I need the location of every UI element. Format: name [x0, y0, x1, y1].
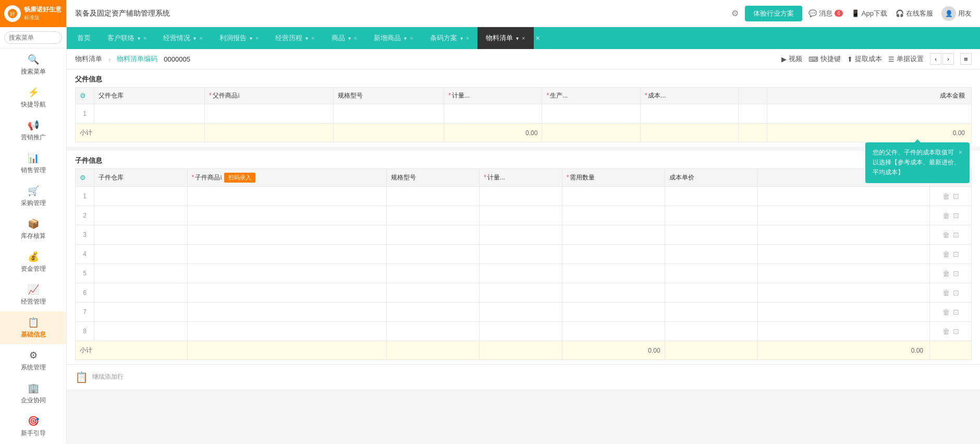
copy-icon[interactable]: ⊡	[953, 269, 959, 278]
close-icon[interactable]: ×	[311, 35, 314, 41]
sidebar-item-quicknav[interactable]: ⚡ 快捷导航	[0, 81, 66, 114]
td-child-measure-2[interactable]	[480, 206, 562, 225]
sidebar-item-purchase[interactable]: 🛒 采购管理	[0, 180, 66, 213]
sidebar-item-sales[interactable]: 📊 销售管理	[0, 147, 66, 180]
parent-section: 父件信息 ⚙ 父件仓库 *父件商品ℹ 规格型号 *计量... *生产... *成…	[67, 69, 980, 147]
tab-bom[interactable]: 物料清单 ▾ ×	[477, 27, 533, 49]
td-sort[interactable]	[738, 104, 767, 124]
prev-arrow-button[interactable]: ‹	[930, 53, 941, 65]
sidebar-item-enterprise[interactable]: 🏢 企业协同	[0, 377, 66, 410]
td-child-warehouse-2[interactable]	[94, 206, 188, 225]
settings-icon[interactable]: ⚙	[80, 92, 86, 100]
logo-icon: 好	[4, 5, 21, 22]
search-input[interactable]	[4, 31, 62, 44]
delete-icon[interactable]: 🗑	[942, 211, 950, 220]
settings-icon-child[interactable]: ⚙	[80, 174, 86, 182]
close-icon[interactable]: ×	[255, 35, 259, 41]
gear-button[interactable]: ⚙	[731, 8, 739, 18]
breadcrumb-parent[interactable]: 物料清单	[75, 54, 102, 64]
tab-operations[interactable]: 经营情况 ▾ ×	[155, 27, 211, 49]
child-subtotal-amount: 0.00	[758, 341, 930, 360]
sidebar-item-guide[interactable]: 🎯 新手引导	[0, 410, 66, 443]
th-parent-warehouse: 父件仓库	[94, 88, 205, 104]
close-all-tabs[interactable]: ×	[536, 34, 540, 42]
sidebar-nav: 🔍 搜索菜单 ⚡ 快捷导航 📢 营销推广 📊 销售管理 🛒 采购管理 📦 库存核…	[0, 49, 66, 444]
tab-newgoods[interactable]: 新增商品 ▾ ×	[365, 27, 421, 49]
copy-icon[interactable]: ⊡	[953, 211, 959, 220]
child-subtotal-label-cell: 小计	[76, 341, 188, 360]
td-child-qty-2[interactable]	[562, 206, 665, 225]
copy-icon[interactable]: ⊡	[953, 192, 959, 200]
td-child-goods-1[interactable]	[187, 187, 386, 206]
td-empty1	[205, 124, 334, 142]
sidebar-item-finance[interactable]: 💰 资金管理	[0, 246, 66, 279]
app-download-label: App下载	[862, 9, 887, 18]
td-measure[interactable]	[444, 104, 542, 124]
row-number: 2	[76, 206, 94, 225]
tab-barcode[interactable]: 条码方案 ▾ ×	[422, 27, 477, 49]
copy-icon[interactable]: ⊡	[953, 308, 959, 316]
close-icon[interactable]: ×	[354, 35, 357, 41]
copy-icon[interactable]: ⊡	[953, 327, 959, 335]
shortcut-action[interactable]: ⌨ 快捷键	[808, 54, 841, 64]
td-child-goods-2[interactable]	[187, 206, 386, 225]
sidebar-item-search[interactable]: 🔍 搜索菜单	[0, 49, 66, 81]
td-cost[interactable]	[640, 104, 738, 124]
message-action[interactable]: 💬 消息 6	[808, 9, 843, 18]
app-download-action[interactable]: 📱 App下载	[851, 9, 887, 18]
try-industry-button[interactable]: 体验行业方案	[745, 6, 802, 21]
tab-customer[interactable]: 客户联络 ▾ ×	[99, 27, 155, 49]
add-row-icon[interactable]: 📋	[75, 371, 88, 383]
copy-icon[interactable]: ⊡	[953, 231, 959, 239]
tab-profit[interactable]: 利润报告 ▾ ×	[211, 27, 267, 49]
copy-icon[interactable]: ⊡	[953, 250, 959, 258]
tooltip-close-button[interactable]: ×	[959, 148, 962, 158]
td-child-qty-1[interactable]	[562, 187, 665, 206]
td-child-unit-cost-2[interactable]	[665, 206, 758, 225]
close-icon[interactable]: ×	[522, 35, 525, 41]
close-icon[interactable]: ×	[410, 35, 413, 41]
td-parent-warehouse[interactable]	[94, 104, 205, 124]
td-child-measure-1[interactable]	[480, 187, 562, 206]
extract-cost-action[interactable]: ⬆ 提取成本	[847, 54, 882, 64]
online-service-action[interactable]: 🎧 在线客服	[896, 9, 933, 18]
child-subtotal-label: 小计	[80, 346, 92, 354]
sidebar-item-marketing[interactable]: 📢 营销推广	[0, 114, 66, 147]
tab-home[interactable]: 首页	[69, 27, 99, 49]
th-cost: *成本...	[640, 88, 738, 104]
copy-icon[interactable]: ⊡	[953, 289, 959, 297]
delete-icon[interactable]: 🗑	[942, 269, 950, 278]
td-child-spec-1[interactable]	[386, 187, 480, 206]
td-child-amount-1[interactable]	[758, 187, 930, 206]
tab-history[interactable]: 经营历程 ▾ ×	[267, 27, 323, 49]
delete-icon[interactable]: 🗑	[942, 289, 950, 297]
tab-goods[interactable]: 商品 ▾ ×	[323, 27, 365, 49]
delete-icon[interactable]: 🗑	[942, 327, 950, 335]
view-action[interactable]: ▶ 视频	[781, 54, 802, 64]
delete-icon[interactable]: 🗑	[942, 231, 950, 239]
td-child-spec-2[interactable]	[386, 206, 480, 225]
td-child-warehouse-1[interactable]	[94, 187, 188, 206]
delete-icon[interactable]: 🗑	[942, 250, 950, 258]
close-icon[interactable]: ×	[199, 35, 202, 41]
td-spec[interactable]	[334, 104, 444, 124]
sidebar-item-system[interactable]: ⚙ 系统管理	[0, 344, 66, 377]
user-action[interactable]: 👤 用友	[941, 6, 972, 21]
td-child-amount-2[interactable]	[758, 206, 930, 225]
sidebar-item-basicinfo[interactable]: 📋 基础信息	[0, 311, 66, 344]
td-parent-goods[interactable]	[205, 104, 334, 124]
delete-icon[interactable]: 🗑	[942, 192, 950, 200]
system-title: 装备及固定资产辅助管理系统	[75, 9, 725, 18]
next-arrow-button[interactable]: ›	[942, 53, 954, 65]
grid-view-button[interactable]: ≡	[960, 53, 972, 65]
sidebar-item-operations[interactable]: 📈 经营管理	[0, 279, 66, 311]
close-icon[interactable]: ×	[143, 35, 146, 41]
delete-icon[interactable]: 🗑	[942, 308, 950, 316]
td-production[interactable]	[542, 104, 640, 124]
sidebar-item-inventory[interactable]: 📦 库存核算	[0, 213, 66, 246]
single-setting-action[interactable]: ☰ 单据设置	[888, 54, 924, 64]
td-child-unit-cost-1[interactable]	[665, 187, 758, 206]
scan-button[interactable]: 扫码录入	[224, 173, 255, 183]
td-cost-amount[interactable]	[767, 104, 972, 124]
close-icon[interactable]: ×	[466, 35, 469, 41]
